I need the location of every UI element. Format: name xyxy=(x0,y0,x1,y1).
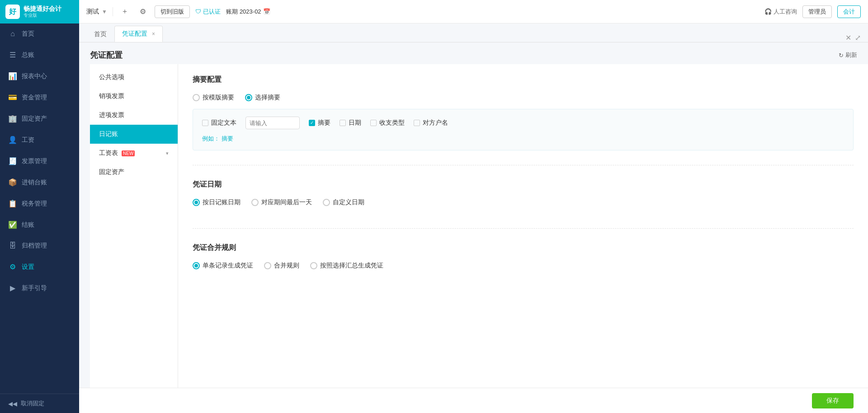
checkbox-date-label: 日期 xyxy=(349,119,361,127)
period-value: 2023-02 xyxy=(240,8,261,15)
sidebar-item-invoice[interactable]: 🧾 发票管理 xyxy=(0,150,79,172)
radio-template-summary-label: 按模版摘要 xyxy=(203,94,234,102)
user-button[interactable]: 管理员 xyxy=(802,5,832,18)
sidebar-item-fund[interactable]: 💳 资金管理 xyxy=(0,87,79,108)
divider-1 xyxy=(113,7,113,16)
expand-tab-button[interactable]: ⤢ xyxy=(855,33,861,42)
checkbox-summary-box xyxy=(309,120,315,126)
ledger-icon: ☰ xyxy=(8,51,17,59)
sidebar-item-home[interactable]: ⌂ 首页 xyxy=(0,23,79,44)
tabbar: 首页 凭证配置 × ✕ ⤢ xyxy=(79,23,868,42)
logo-badge: 专业版 xyxy=(24,12,61,19)
consult-button[interactable]: 🎧 人工咨询 xyxy=(764,8,797,16)
topbar: 测试 ▼ ＋ ⚙ 切到旧版 🛡 已认证 账期 2023-02 📅 🎧 人工咨询 … xyxy=(79,0,868,23)
save-button[interactable]: 保存 xyxy=(812,393,854,408)
sidebar-item-archive[interactable]: 🗄 归档管理 xyxy=(0,235,79,256)
checkbox-income-type[interactable]: 收支类型 xyxy=(370,119,405,127)
checkbox-summary[interactable]: 摘要 xyxy=(309,119,330,127)
summary-config-box: 固定文本 摘要 日期 xyxy=(193,109,854,150)
tab-close-icon[interactable]: × xyxy=(152,31,155,37)
sidebar-item-close[interactable]: ✅ 结账 xyxy=(0,214,79,235)
checkbox-date[interactable]: 日期 xyxy=(340,119,361,127)
project-selector[interactable]: 测试 ▼ xyxy=(86,8,107,16)
radio-merge-rule-circle xyxy=(264,262,271,269)
checkbox-summary-label: 摘要 xyxy=(318,119,330,127)
calendar-icon: 📅 xyxy=(263,8,270,15)
radio-custom-date[interactable]: 自定义日期 xyxy=(323,198,364,206)
radio-single-record-label: 单条记录生成凭证 xyxy=(203,262,253,270)
cancel-fixed-btn[interactable]: ◀◀ 取消固定 xyxy=(0,394,79,413)
right-panel: 摘要配置 按模版摘要 选择摘要 xyxy=(178,64,868,388)
main-area: 测试 ▼ ＋ ⚙ 切到旧版 🛡 已认证 账期 2023-02 📅 🎧 人工咨询 … xyxy=(79,0,868,413)
sidebar-item-guide[interactable]: ▶ 新手引导 xyxy=(0,277,79,299)
radio-last-day-label: 对应期间最后一天 xyxy=(261,198,312,206)
radio-merge-rule-label: 合并规则 xyxy=(274,262,299,270)
radio-template-summary[interactable]: 按模版摘要 xyxy=(193,94,234,102)
nav-item-public-label: 公共选项 xyxy=(99,73,124,81)
logo-icon: 好 xyxy=(5,5,20,19)
example-label: 例如： xyxy=(202,135,220,142)
nav-item-public[interactable]: 公共选项 xyxy=(90,68,178,87)
radio-summary-generate[interactable]: 按照选择汇总生成凭证 xyxy=(310,262,383,270)
radio-merge-rule[interactable]: 合并规则 xyxy=(264,262,299,270)
radio-custom-date-label: 自定义日期 xyxy=(333,198,364,206)
radio-select-summary[interactable]: 选择摘要 xyxy=(245,94,280,102)
sidebar: 好 畅捷通好会计 专业版 ⌂ 首页 ☰ 总账 📊 报表中心 💳 资金管理 🏢 固… xyxy=(0,0,79,413)
nav-item-fixed-assets[interactable]: 固定资产 xyxy=(90,163,178,182)
verified-badge: 🛡 已认证 xyxy=(195,8,221,16)
sidebar-scroll: ⌂ 首页 ☰ 总账 📊 报表中心 💳 资金管理 🏢 固定资产 👤 工资 🧾 发票… xyxy=(0,23,79,394)
radio-by-journal-date-label: 按日记账日期 xyxy=(203,198,241,206)
sidebar-item-label: 报表中心 xyxy=(22,72,47,80)
sidebar-item-label: 税务管理 xyxy=(22,200,47,208)
sidebar-item-label: 工资 xyxy=(22,136,34,144)
sidebar-item-report[interactable]: 📊 报表中心 xyxy=(0,66,79,87)
nav-item-sales-invoice-label: 销项发票 xyxy=(99,92,124,100)
page-title: 凭证配置 xyxy=(90,50,123,61)
close-tab-button[interactable]: ✕ xyxy=(845,33,851,42)
sidebar-item-label: 新手引导 xyxy=(22,284,47,292)
accountant-button[interactable]: 会计 xyxy=(837,5,861,18)
verified-label: 已认证 xyxy=(203,8,221,16)
sidebar-item-trade[interactable]: 📦 进销台账 xyxy=(0,172,79,193)
period-text-label: 账期 xyxy=(226,8,238,16)
fund-icon: 💳 xyxy=(8,93,17,102)
sidebar-item-payroll[interactable]: 👤 工资 xyxy=(0,129,79,150)
bottom-bar: 保存 xyxy=(79,388,868,413)
new-badge: NEW xyxy=(122,150,135,156)
sidebar-item-label: 设置 xyxy=(22,263,34,271)
switch-old-version-button[interactable]: 切到旧版 xyxy=(155,5,190,18)
sidebar-item-label: 进销台账 xyxy=(22,178,47,187)
report-icon: 📊 xyxy=(8,72,17,80)
close-period-icon: ✅ xyxy=(8,221,17,229)
tab-home-label: 首页 xyxy=(94,30,107,38)
tab-voucher-config[interactable]: 凭证配置 × xyxy=(114,26,163,42)
refresh-label: 刷新 xyxy=(845,51,857,59)
checkbox-fixed-text[interactable]: 固定文本 xyxy=(202,119,236,127)
pin-icon: ◀◀ xyxy=(8,400,17,407)
payroll-icon: 👤 xyxy=(8,136,17,144)
nav-item-journal[interactable]: 日记账 xyxy=(90,125,178,144)
example-text: 例如： 摘要 xyxy=(202,135,844,143)
refresh-button[interactable]: ↻ 刷新 xyxy=(839,51,857,59)
radio-select-summary-label: 选择摘要 xyxy=(255,94,280,102)
radio-by-journal-date[interactable]: 按日记账日期 xyxy=(193,198,241,206)
tab-active-label: 凭证配置 xyxy=(122,30,147,37)
section-title-voucher-date: 凭证日期 xyxy=(193,180,854,189)
checkbox-counterpart-name[interactable]: 对方户名 xyxy=(414,119,448,127)
nav-item-payroll-table[interactable]: 工资表 NEW ▾ xyxy=(90,144,178,163)
radio-single-record[interactable]: 单条记录生成凭证 xyxy=(193,262,253,270)
radio-last-day-of-period[interactable]: 对应期间最后一天 xyxy=(251,198,312,206)
tab-home[interactable]: 首页 xyxy=(86,26,114,42)
checkbox-counterpart-name-box xyxy=(414,120,420,126)
sidebar-item-ledger[interactable]: ☰ 总账 xyxy=(0,44,79,66)
sidebar-item-assets[interactable]: 🏢 固定资产 xyxy=(0,108,79,129)
page-content: 凭证配置 ↻ 刷新 公共选项 销项发票 进项发票 日记账 xyxy=(79,42,868,413)
nav-item-purchase-invoice[interactable]: 进项发票 xyxy=(90,106,178,125)
radio-by-journal-date-circle xyxy=(193,199,200,206)
settings-gear-button[interactable]: ⚙ xyxy=(137,5,149,18)
add-button[interactable]: ＋ xyxy=(118,5,131,18)
nav-item-sales-invoice[interactable]: 销项发票 xyxy=(90,87,178,106)
fixed-text-input[interactable] xyxy=(245,117,300,129)
sidebar-item-settings[interactable]: ⚙ 设置 xyxy=(0,256,79,277)
sidebar-item-tax[interactable]: 📋 税务管理 xyxy=(0,193,79,214)
